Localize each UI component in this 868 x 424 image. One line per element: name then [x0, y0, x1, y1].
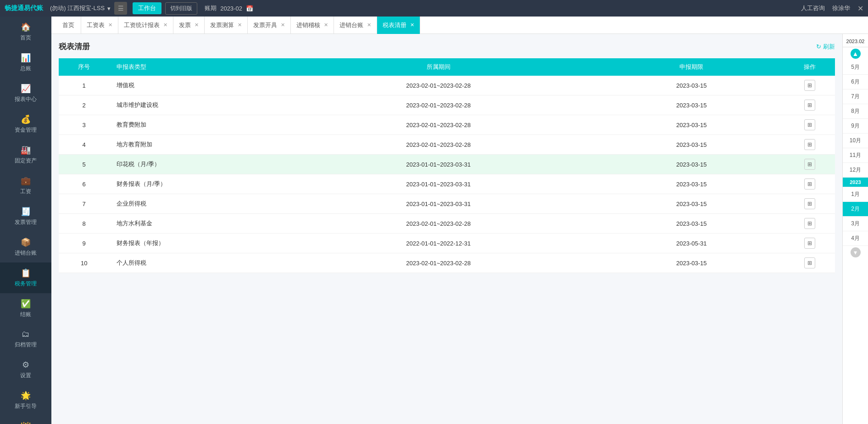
- sidebar-item-ledger[interactable]: 📊 总账: [0, 47, 51, 78]
- month-9[interactable]: 9月: [843, 119, 868, 134]
- sidebar-item-purchase[interactable]: 📦 进销台账: [0, 232, 51, 262]
- close-icon[interactable]: ✕: [857, 4, 863, 13]
- calendar-icon[interactable]: 📅: [246, 5, 253, 12]
- user-service[interactable]: 人工咨询: [801, 4, 825, 12]
- table-row: 9 财务报表（年报） 2022-01-01~2022-12-31 2023-05…: [59, 234, 835, 253]
- tab-home[interactable]: 首页: [56, 17, 81, 34]
- month-10[interactable]: 10月: [843, 134, 868, 148]
- cell-action: ⊞: [785, 234, 835, 253]
- cell-deadline: 2023-05-31: [599, 234, 785, 253]
- switch-old-button[interactable]: 切到旧版: [165, 2, 197, 15]
- tab-sales-ledger[interactable]: 进销台账 ✕: [334, 17, 377, 34]
- tab-invoice-close[interactable]: ✕: [195, 22, 199, 28]
- table-row: 3 教育费附加 2023-02-01~2023-02-28 2023-03-15…: [59, 115, 835, 135]
- sidebar-label-settings: 设置: [20, 372, 31, 379]
- sidebar-item-settle[interactable]: ✅ 结账: [0, 293, 51, 324]
- tab-invoice-calc-close[interactable]: ✕: [238, 22, 242, 28]
- sidebar-item-home[interactable]: 🏠 首页: [0, 17, 51, 47]
- month-4[interactable]: 4月: [843, 231, 868, 246]
- sidebar-item-fund[interactable]: 💰 资金管理: [0, 109, 51, 139]
- action-doc-icon[interactable]: ⊞: [804, 179, 815, 190]
- sidebar-label-settle: 结账: [20, 311, 31, 318]
- tab-tax-list[interactable]: 税表清册 ✕: [377, 17, 420, 34]
- tab-sales-ledger-close[interactable]: ✕: [367, 22, 371, 28]
- sidebar-item-salary[interactable]: 💼 工资: [0, 170, 51, 201]
- month-5[interactable]: 5月: [843, 60, 868, 75]
- cell-action: ⊞: [785, 214, 835, 234]
- month-11[interactable]: 11月: [843, 148, 868, 163]
- tab-invoice-issue[interactable]: 发票开具 ✕: [248, 17, 291, 34]
- month-12[interactable]: 12月: [843, 163, 868, 178]
- tab-salary-stats-close[interactable]: ✕: [163, 22, 167, 28]
- tab-invoice-calc[interactable]: 发票测算 ✕: [205, 17, 248, 34]
- month-8[interactable]: 8月: [843, 104, 868, 119]
- action-doc-icon[interactable]: ⊞: [804, 100, 815, 111]
- cell-action: ⊞: [785, 76, 835, 95]
- sidebar-item-archive[interactable]: 🗂 归档管理: [0, 324, 51, 354]
- calendar-down-button[interactable]: ▾: [851, 247, 861, 257]
- archive-icon: 🗂: [22, 329, 30, 339]
- sidebar-item-guide[interactable]: 🌟 新手引导: [0, 385, 51, 416]
- sidebar-item-invoice[interactable]: 🧾 发票管理: [0, 201, 51, 232]
- panel-period-header: 2023.02: [843, 36, 868, 47]
- month-6[interactable]: 6月: [843, 75, 868, 89]
- tab-tax-list-label: 税表清册: [383, 21, 406, 29]
- tab-invoice[interactable]: 发票 ✕: [173, 17, 205, 34]
- refresh-button[interactable]: ↻ 刷新: [816, 43, 835, 51]
- calendar-up-button[interactable]: ▲: [851, 49, 861, 59]
- month-1[interactable]: 1月: [843, 187, 868, 202]
- cell-no: 10: [59, 253, 109, 273]
- sidebar-item-member[interactable]: 👑 畅会员: [0, 416, 51, 424]
- username: 徐涂华: [832, 4, 850, 12]
- cell-deadline: 2023-03-15: [599, 174, 785, 194]
- workbench-button[interactable]: 工作台: [133, 2, 161, 14]
- action-doc-icon[interactable]: ⊞: [804, 257, 815, 268]
- action-doc-icon[interactable]: ⊞: [804, 238, 815, 249]
- action-doc-icon[interactable]: ⊞: [804, 159, 815, 170]
- sidebar-item-tax[interactable]: 📋 税务管理: [0, 262, 51, 293]
- action-doc-icon[interactable]: ⊞: [804, 80, 815, 91]
- sidebar-item-asset[interactable]: 🏭 固定资产: [0, 139, 51, 170]
- tab-salary-close[interactable]: ✕: [108, 22, 112, 28]
- cell-deadline: 2023-03-15: [599, 135, 785, 155]
- tab-sales-audit[interactable]: 进销稽核 ✕: [291, 17, 334, 34]
- cell-type: 地方水利基金: [109, 214, 278, 234]
- month-3[interactable]: 3月: [843, 217, 868, 231]
- top-right: 人工咨询 徐涂华 ✕: [801, 4, 863, 13]
- table-row: 7 企业所得税 2023-01-01~2023-03-31 2023-03-15…: [59, 194, 835, 214]
- member-icon: 👑: [21, 421, 31, 424]
- cell-no: 4: [59, 135, 109, 155]
- tab-bar: 首页 工资表 ✕ 工资统计报表 ✕ 发票 ✕ 发票测算 ✕ 发票开具 ✕: [51, 17, 868, 34]
- sidebar-label-salary: 工资: [20, 188, 31, 195]
- action-doc-icon[interactable]: ⊞: [804, 218, 815, 229]
- action-doc-icon[interactable]: ⊞: [804, 139, 815, 150]
- company-selector[interactable]: (勿动) 江西报宝-LSS ▾: [50, 4, 111, 12]
- month-2[interactable]: 2月: [843, 202, 868, 217]
- cell-no: 2: [59, 95, 109, 115]
- cell-no: 3: [59, 115, 109, 135]
- right-panel: 2023.02 ▲ 5月 6月 7月 8月 9月 10月 11月 12月 202…: [842, 34, 868, 424]
- sidebar-item-report[interactable]: 📈 报表中心: [0, 78, 51, 109]
- home-icon: 🏠: [21, 22, 31, 32]
- period-label: 账期: [205, 4, 217, 12]
- tab-salary-label: 工资表: [87, 21, 105, 29]
- tab-tax-list-close[interactable]: ✕: [410, 22, 414, 28]
- page-header: 税表清册 ↻ 刷新: [59, 41, 835, 52]
- action-doc-icon[interactable]: ⊞: [804, 119, 815, 130]
- asset-icon: 🏭: [21, 145, 31, 155]
- company-icon-btn[interactable]: ☰: [114, 2, 127, 15]
- tab-invoice-issue-close[interactable]: ✕: [281, 22, 285, 28]
- tax-icon: 📋: [21, 268, 31, 278]
- cell-action: ⊞: [785, 95, 835, 115]
- tab-sales-audit-close[interactable]: ✕: [324, 22, 328, 28]
- tab-salary-stats[interactable]: 工资统计报表 ✕: [118, 17, 173, 34]
- invoice-icon: 🧾: [21, 206, 31, 217]
- sidebar: 🏠 首页 📊 总账 📈 报表中心 💰 资金管理 🏭 固定资产 💼 工资 🧾 发票…: [0, 17, 51, 424]
- sidebar-item-settings[interactable]: ⚙ 设置: [0, 354, 51, 385]
- month-7[interactable]: 7月: [843, 89, 868, 104]
- action-doc-icon[interactable]: ⊞: [804, 198, 815, 209]
- col-period: 所属期间: [278, 58, 599, 76]
- cell-no: 7: [59, 194, 109, 214]
- tab-salary-table[interactable]: 工资表 ✕: [81, 17, 118, 34]
- cell-action: ⊞: [785, 115, 835, 135]
